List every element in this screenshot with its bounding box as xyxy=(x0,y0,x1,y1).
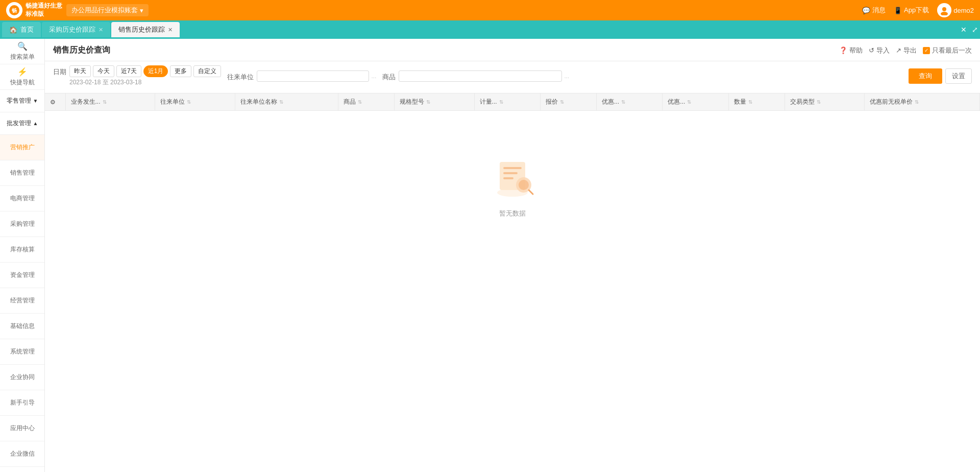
setting-button[interactable]: 设置 xyxy=(945,68,972,84)
sidebar-item-marketing[interactable]: 营销推广 xyxy=(0,135,44,160)
app-selector[interactable]: 办公用品行业模拟账套 ▾ xyxy=(66,4,149,16)
sidebar-item-retail[interactable]: 零售管理 ▼ xyxy=(0,90,44,112)
chevron-down-icon: ▼ xyxy=(33,98,38,104)
sort-trade-type-icon[interactable]: ⇅ xyxy=(817,99,821,105)
table-header: ⚙ 业务发生... ⇅ 往来单位 ⇅ xyxy=(45,93,980,111)
sort-unit-icon[interactable]: ⇅ xyxy=(499,99,503,105)
app-download-button[interactable]: 📱 App下载 xyxy=(894,6,929,15)
svg-point-10 xyxy=(519,180,529,190)
sidebar-item-operations[interactable]: 经营管理 xyxy=(0,288,44,314)
header-row: ⚙ 业务发生... ⇅ 往来单位 ⇅ xyxy=(45,93,980,111)
th-counterpart-name: 往来单位名称 ⇅ xyxy=(235,93,338,111)
logo-area: 畅 畅捷通好生意 标准版 xyxy=(6,2,62,18)
import-icon: ↺ xyxy=(869,46,874,54)
sidebar-item-search[interactable]: 🔍 搜索菜单 xyxy=(0,39,44,64)
sidebar-item-finance[interactable]: 资金管理 xyxy=(0,263,44,288)
date-btn-more[interactable]: 更多 xyxy=(170,65,191,77)
sort-counterpart-name-icon[interactable]: ⇅ xyxy=(279,99,283,105)
logo-text: 畅捷通好生意 标准版 xyxy=(26,2,62,18)
search-icon: 🔍 xyxy=(17,41,28,51)
query-button[interactable]: 查询 xyxy=(909,68,942,84)
page-title-row: 销售历史价查询 ❓ 帮助 ↺ 导入 ↗ 导出 xyxy=(53,45,972,56)
sidebar-item-guide[interactable]: 新手引导 xyxy=(0,390,44,416)
sidebar-item-member[interactable]: 畅会员 xyxy=(0,467,44,472)
th-counterpart-code: 往来单位 ⇅ xyxy=(155,93,235,111)
sidebar-item-shortcuts[interactable]: ⚡ 快捷导航 xyxy=(0,64,44,90)
th-product: 商品 ⇅ xyxy=(338,93,395,111)
import-button[interactable]: ↺ 导入 xyxy=(869,46,890,55)
table-wrapper: ⚙ 业务发生... ⇅ 往来单位 ⇅ xyxy=(45,93,980,472)
product-input[interactable] xyxy=(399,70,562,82)
svg-line-11 xyxy=(529,190,533,194)
date-btn-today[interactable]: 今天 xyxy=(93,65,114,77)
sort-pre-tax-price-icon[interactable]: ⇅ xyxy=(915,99,919,105)
sidebar-item-purchase[interactable]: 采购管理 xyxy=(0,211,44,237)
svg-text:畅: 畅 xyxy=(12,8,17,13)
sort-spec-icon[interactable]: ⇅ xyxy=(426,99,430,105)
page-title: 销售历史价查询 xyxy=(53,45,110,56)
counterpart-input-group: ... xyxy=(257,70,376,82)
question-icon: ❓ xyxy=(839,46,847,54)
svg-point-2 xyxy=(942,7,946,11)
sort-counterpart-code-icon[interactable]: ⇅ xyxy=(187,99,191,105)
user-menu[interactable]: demo2 xyxy=(937,3,974,17)
th-biz-date: 业务发生... ⇅ xyxy=(65,93,155,111)
home-icon: 🏠 xyxy=(9,26,17,34)
page-header: 销售历史价查询 ❓ 帮助 ↺ 导入 ↗ 导出 xyxy=(45,39,980,61)
date-btn-yesterday[interactable]: 昨天 xyxy=(69,65,91,77)
date-btn-custom[interactable]: 自定义 xyxy=(193,65,221,77)
sort-quantity-icon[interactable]: ⇅ xyxy=(748,99,752,105)
th-discount1: 优惠... ⇅ xyxy=(596,93,662,111)
date-options: 昨天 今天 近7天 近1月 更多 自定义 2023-02-18 至 2023-0… xyxy=(69,65,221,87)
close-purchase-tab-icon[interactable]: ✕ xyxy=(99,27,103,33)
close-all-tabs-icon[interactable]: ✕ xyxy=(961,26,967,34)
sidebar-item-wechat[interactable]: 企业微信 xyxy=(0,441,44,467)
sidebar-item-sales[interactable]: 销售管理 xyxy=(0,160,44,186)
product-label: 商品 xyxy=(382,70,396,82)
sort-product-icon[interactable]: ⇅ xyxy=(358,99,362,105)
only-last-checkbox[interactable]: 只看最后一次 xyxy=(923,46,972,55)
settings-icon[interactable]: ⚙ xyxy=(50,99,56,106)
th-spec: 规格型号 ⇅ xyxy=(395,93,474,111)
sidebar-item-system[interactable]: 系统管理 xyxy=(0,339,44,365)
date-filter-group: 日期 昨天 今天 近7天 近1月 更多 自定义 2023-02-18 至 202… xyxy=(53,65,221,87)
th-discount2: 优惠... ⇅ xyxy=(663,93,728,111)
sort-discount2-icon[interactable]: ⇅ xyxy=(687,99,691,105)
date-btn-7days[interactable]: 近7天 xyxy=(116,65,141,77)
content-area: 销售历史价查询 ❓ 帮助 ↺ 导入 ↗ 导出 xyxy=(45,39,980,472)
sort-quote-icon[interactable]: ⇅ xyxy=(560,99,564,105)
empty-text: 暂无数据 xyxy=(499,209,526,218)
expand-icon[interactable]: ⤢ xyxy=(972,26,978,34)
message-button[interactable]: 💬 消息 xyxy=(862,6,886,15)
product-filter-group: 商品 ... xyxy=(382,70,569,82)
data-table: ⚙ 业务发生... ⇅ 往来单位 ⇅ xyxy=(45,93,980,111)
export-button[interactable]: ↗ 导出 xyxy=(896,46,917,55)
sidebar-item-ecommerce[interactable]: 电商管理 xyxy=(0,186,44,211)
svg-rect-8 xyxy=(503,177,513,179)
logo-icon: 畅 xyxy=(6,2,22,18)
page-header-actions: ❓ 帮助 ↺ 导入 ↗ 导出 只看最后一次 xyxy=(839,46,972,55)
tab-purchase-history[interactable]: 采购历史价跟踪 ✕ xyxy=(42,22,110,37)
counterpart-input[interactable] xyxy=(257,70,369,82)
sidebar-item-wholesale[interactable]: 批发管理 ▲ xyxy=(0,112,44,135)
sort-biz-date-icon[interactable]: ⇅ xyxy=(103,99,107,105)
date-range-text: 2023-02-18 至 2023-03-18 xyxy=(69,78,221,87)
product-input-group: ... xyxy=(399,70,569,82)
top-bar: 畅 畅捷通好生意 标准版 办公用品行业模拟账套 ▾ 💬 消息 📱 App下载 d… xyxy=(0,0,980,20)
svg-rect-6 xyxy=(503,167,522,169)
sidebar-item-apps[interactable]: 应用中心 xyxy=(0,416,44,441)
help-button[interactable]: ❓ 帮助 xyxy=(839,46,863,55)
tab-sales-history[interactable]: 销售历史价跟踪 ✕ xyxy=(111,22,180,37)
date-btn-1month[interactable]: 近1月 xyxy=(143,65,168,77)
sidebar-item-inventory[interactable]: 库存核算 xyxy=(0,237,44,263)
tab-home[interactable]: 🏠 首页 xyxy=(2,22,41,37)
close-sales-tab-icon[interactable]: ✕ xyxy=(168,27,173,33)
counterpart-label: 往来单位 xyxy=(227,70,254,82)
sidebar-item-enterprise[interactable]: 企业协同 xyxy=(0,365,44,390)
empty-state: 暂无数据 xyxy=(45,111,980,259)
sidebar-item-basic-info[interactable]: 基础信息 xyxy=(0,314,44,339)
th-trade-type: 交易类型 ⇅ xyxy=(785,93,864,111)
sort-discount1-icon[interactable]: ⇅ xyxy=(621,99,625,105)
product-dots-button[interactable]: ... xyxy=(564,73,569,80)
counterpart-dots-button[interactable]: ... xyxy=(371,73,376,80)
